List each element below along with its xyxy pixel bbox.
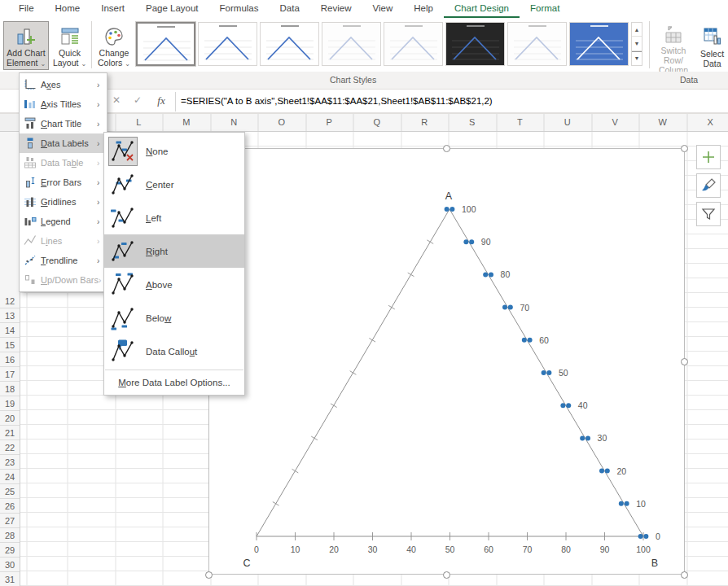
- ribbon-tab-page-layout[interactable]: Page Layout: [135, 0, 209, 18]
- chart-style-tile-8[interactable]: [569, 22, 629, 66]
- row-header-16[interactable]: 16: [0, 352, 20, 367]
- data-point-marker[interactable]: [469, 239, 474, 244]
- row-header-19[interactable]: 19: [0, 396, 20, 411]
- data-labels-option-below[interactable]: Below: [104, 301, 244, 335]
- chart-style-tile-1[interactable]: [136, 22, 195, 66]
- chart-style-tile-5[interactable]: [384, 22, 443, 66]
- data-labels-option-center[interactable]: Center: [104, 168, 244, 201]
- data-point-marker[interactable]: [599, 469, 604, 474]
- row-header-30[interactable]: 30: [0, 558, 20, 572]
- chart-style-tile-3[interactable]: [260, 22, 319, 66]
- row-header-24[interactable]: 24: [0, 470, 20, 484]
- data-point-marker[interactable]: [619, 501, 624, 506]
- ribbon-tab-formulas[interactable]: Formulas: [209, 0, 270, 18]
- menu-item-gridlines[interactable]: Gridlines›: [20, 192, 107, 212]
- data-labels-option-above[interactable]: Above: [104, 268, 244, 301]
- data-point-label[interactable]: 0: [656, 531, 660, 541]
- data-point-marker[interactable]: [638, 534, 643, 539]
- formula-input[interactable]: =SERIES("A to B axis",Sheet1!$AA$11:$AA$…: [181, 96, 718, 106]
- data-point-label[interactable]: 20: [616, 466, 626, 476]
- chart-style-tile-4[interactable]: [322, 22, 381, 66]
- ribbon-tab-file[interactable]: File: [8, 0, 45, 18]
- gallery-expand-button[interactable]: ▼: [632, 51, 642, 65]
- data-point-marker[interactable]: [546, 370, 551, 375]
- row-header-26[interactable]: 26: [0, 499, 20, 514]
- column-header-S[interactable]: S: [449, 114, 497, 131]
- data-point-marker[interactable]: [605, 469, 610, 474]
- menu-item-axis-titles[interactable]: Axis Titles›: [20, 94, 107, 114]
- chart-style-tile-6[interactable]: [445, 22, 505, 66]
- row-header-28[interactable]: 28: [0, 528, 20, 543]
- data-point-marker[interactable]: [502, 305, 507, 310]
- menu-item-trendline[interactable]: Trendline›: [20, 251, 107, 270]
- column-header-T[interactable]: T: [496, 114, 544, 131]
- data-point-marker[interactable]: [643, 534, 648, 539]
- insert-function-icon[interactable]: fx: [153, 94, 169, 107]
- ribbon-tab-view[interactable]: View: [362, 0, 404, 18]
- row-header-21[interactable]: 21: [0, 426, 20, 440]
- select-all-corner[interactable]: [0, 114, 20, 132]
- column-header-O[interactable]: O: [258, 114, 306, 131]
- column-header-M[interactable]: M: [163, 114, 211, 131]
- chart-filters-button[interactable]: [696, 202, 721, 226]
- data-point-marker[interactable]: [625, 501, 629, 506]
- chart-resize-handle-top-center[interactable]: [443, 145, 450, 152]
- chart-resize-handle-middle-right[interactable]: [681, 358, 688, 365]
- data-point-marker[interactable]: [580, 435, 585, 440]
- gallery-scroll-down-button[interactable]: ▼: [632, 37, 642, 50]
- select-data-button[interactable]: Select Data: [697, 21, 727, 70]
- ribbon-tab-review[interactable]: Review: [310, 0, 362, 18]
- data-point-label[interactable]: 50: [559, 368, 568, 378]
- ribbon-tab-insert[interactable]: Insert: [90, 0, 135, 18]
- data-point-marker[interactable]: [450, 207, 454, 212]
- row-header-29[interactable]: 29: [0, 543, 20, 558]
- menu-item-data-labels[interactable]: Data Labels›: [20, 133, 107, 153]
- data-point-label[interactable]: 90: [481, 237, 491, 247]
- data-point-marker[interactable]: [489, 272, 493, 277]
- add-chart-element-button[interactable]: Add Chart Element ⌄: [3, 21, 49, 70]
- data-point-marker[interactable]: [508, 305, 513, 310]
- row-header-18[interactable]: 18: [0, 382, 20, 396]
- chart-resize-handle-bottom-center[interactable]: [443, 571, 450, 579]
- row-header-23[interactable]: 23: [0, 455, 20, 470]
- column-header-X[interactable]: X: [686, 114, 728, 131]
- data-point-label[interactable]: 70: [520, 303, 529, 313]
- row-header-15[interactable]: 15: [0, 338, 20, 352]
- data-point-marker[interactable]: [566, 403, 571, 408]
- chart-style-tile-2[interactable]: [198, 22, 257, 66]
- chart-resize-handle-top-right[interactable]: [681, 145, 688, 152]
- row-header-17[interactable]: 17: [0, 367, 20, 382]
- chart-elements-button[interactable]: [696, 145, 721, 169]
- gallery-scroll-up-button[interactable]: ▲: [632, 23, 642, 37]
- data-labels-option-left[interactable]: Left: [104, 201, 244, 234]
- data-point-label[interactable]: 10: [636, 499, 646, 509]
- row-header-20[interactable]: 20: [0, 411, 20, 426]
- quick-layout-button[interactable]: Quick Layout ⌄: [50, 21, 89, 70]
- row-header-14[interactable]: 14: [0, 323, 20, 338]
- change-colors-button[interactable]: Change Colors ⌄: [94, 21, 134, 70]
- row-header-22[interactable]: 22: [0, 440, 20, 455]
- data-point-marker[interactable]: [560, 403, 565, 408]
- data-point-label[interactable]: 60: [539, 335, 549, 345]
- data-labels-option-data-callout[interactable]: Data Callout: [104, 335, 244, 368]
- chart-object[interactable]: 0102030405060708090100100908070605040302…: [208, 148, 685, 575]
- more-data-label-options-item[interactable]: More Data Label Options...: [104, 372, 244, 393]
- data-point-marker[interactable]: [522, 338, 527, 343]
- chart-style-tile-7[interactable]: [507, 22, 567, 66]
- row-header-13[interactable]: 13: [0, 308, 20, 323]
- data-labels-option-none[interactable]: None: [104, 134, 244, 168]
- menu-item-axes[interactable]: Axes›: [20, 75, 107, 94]
- menu-item-chart-title[interactable]: Chart Title›: [20, 114, 107, 133]
- row-header-27[interactable]: 27: [0, 514, 20, 528]
- data-point-label[interactable]: 100: [462, 204, 476, 214]
- column-header-U[interactable]: U: [544, 114, 592, 131]
- chart-styles-button[interactable]: [696, 173, 721, 198]
- menu-item-error-bars[interactable]: Error Bars›: [20, 173, 107, 192]
- ribbon-tab-home[interactable]: Home: [45, 0, 91, 18]
- data-point-label[interactable]: 80: [501, 269, 511, 279]
- data-point-label[interactable]: 30: [598, 433, 607, 443]
- column-header-N[interactable]: N: [210, 114, 258, 131]
- ribbon-tab-help[interactable]: Help: [403, 0, 444, 18]
- data-point-label[interactable]: 40: [578, 400, 588, 410]
- data-point-marker[interactable]: [445, 207, 450, 212]
